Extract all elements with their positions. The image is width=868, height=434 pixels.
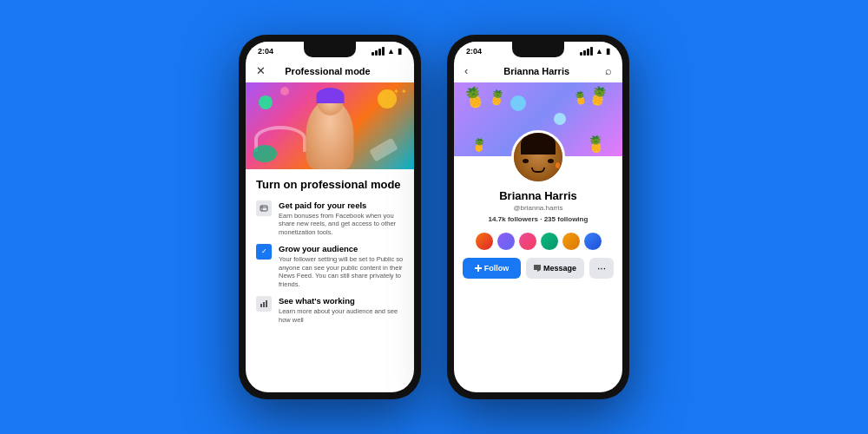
time-2: 2:04: [466, 47, 482, 56]
phone1-title: Professional mode: [285, 66, 370, 76]
feature-audience: ✓ Grow your audience Your follower setti…: [256, 244, 404, 289]
notch-2: [512, 42, 564, 57]
phone1-content: Turn on professional mode Get paid for y…: [246, 169, 414, 392]
svg-rect-3: [260, 304, 262, 307]
phone-1: 2:04 ▲ ▮ ✕ Professional mode: [239, 35, 421, 399]
follower-avatar-3: [518, 232, 537, 251]
back-button[interactable]: ‹: [464, 64, 468, 77]
time-1: 2:04: [258, 47, 273, 56]
phone-2: 2:04 ▲ ▮ ‹ Brianna Harris ⌕: [447, 35, 629, 399]
message-button[interactable]: Message: [526, 258, 584, 279]
svg-rect-4: [263, 302, 265, 307]
following-count: 235: [544, 215, 556, 223]
status-icons-1: ▲ ▮: [372, 47, 402, 56]
phone-2-screen: 2:04 ▲ ▮ ‹ Brianna Harris ⌕: [454, 42, 622, 392]
wifi-icon-1: ▲: [387, 47, 395, 56]
hero-deco-3: [280, 87, 289, 95]
feature-reels-text: Get paid for your reels Earn bonuses fro…: [279, 201, 404, 237]
feature-audience-heading: Grow your audience: [279, 244, 404, 253]
feature-working-text: See what's working Learn more about your…: [279, 296, 404, 325]
avatar: [511, 130, 565, 184]
followers-avatars: [454, 232, 622, 251]
follower-avatar-2: [496, 232, 516, 251]
feature-working-heading: See what's working: [279, 296, 404, 306]
phone2-page-title: Brianna Harris: [503, 66, 569, 76]
follower-avatar-5: [562, 232, 581, 251]
hero-person: [306, 100, 354, 169]
followers-label: followers ·: [508, 215, 544, 223]
battery-icon-2: ▮: [606, 47, 610, 56]
more-button[interactable]: ···: [589, 258, 614, 279]
phone1-hero-image: ✦ ✦: [246, 82, 414, 169]
follower-avatar-4: [540, 232, 559, 251]
profile-stats: 14.7k followers · 235 following: [464, 215, 612, 223]
follower-avatar-1: [475, 232, 494, 251]
follower-avatar-6: [583, 232, 602, 251]
feature-audience-desc: Your follower setting will be set to Pub…: [279, 255, 404, 289]
svg-rect-0: [260, 206, 267, 211]
phones-container: 2:04 ▲ ▮ ✕ Professional mode: [239, 35, 629, 399]
phone1-header: ✕ Professional mode: [246, 57, 414, 82]
cover-deco-teal-1: [510, 95, 526, 111]
notch-1: [304, 42, 356, 57]
profile-info: Brianna Harris @brianna.harris 14.7k fol…: [454, 184, 622, 232]
follow-button[interactable]: Follow: [463, 258, 521, 279]
close-button-1[interactable]: ✕: [256, 64, 266, 77]
profile-handle: @brianna.harris: [464, 204, 612, 212]
reels-icon: [256, 201, 272, 216]
feature-reels-desc: Earn bonuses from Facebook when you shar…: [279, 212, 404, 237]
phone-1-screen: 2:04 ▲ ▮ ✕ Professional mode: [246, 42, 414, 392]
follow-label: Follow: [484, 264, 510, 273]
message-label: Message: [543, 264, 576, 273]
feature-working-desc: Learn more about your audience and see h…: [279, 307, 404, 325]
search-icon[interactable]: ⌕: [605, 64, 612, 77]
feature-reels-heading: Get paid for your reels: [279, 201, 404, 210]
feature-reels: Get paid for your reels Earn bonuses fro…: [256, 201, 404, 237]
profile-actions: Follow Message ···: [454, 258, 622, 279]
following-label: following: [557, 215, 588, 223]
battery-icon-1: ▮: [398, 47, 402, 56]
followers-count: 14.7k: [489, 215, 506, 223]
svg-rect-7: [475, 267, 482, 269]
working-icon: [256, 296, 272, 312]
more-label: ···: [597, 262, 606, 274]
audience-icon: ✓: [256, 244, 272, 260]
profile-name: Brianna Harris: [464, 189, 612, 202]
feature-audience-text: Grow your audience Your follower setting…: [279, 244, 404, 289]
status-icons-2: ▲ ▮: [580, 47, 610, 56]
wifi-icon-2: ▲: [595, 47, 603, 56]
cover-deco-teal-2: [554, 113, 566, 125]
svg-rect-5: [266, 300, 267, 307]
phone2-header: ‹ Brianna Harris ⌕: [454, 57, 622, 82]
hero-deco-2: [259, 95, 273, 109]
feature-working: See what's working Learn more about your…: [256, 296, 404, 325]
phone1-main-title: Turn on professional mode: [256, 178, 404, 192]
